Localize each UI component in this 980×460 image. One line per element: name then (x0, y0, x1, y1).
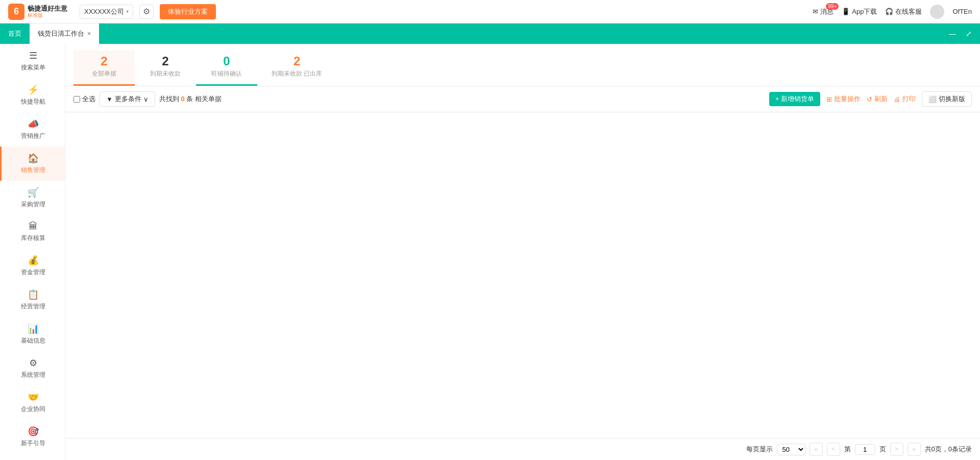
brand-logo: 6 (8, 4, 24, 20)
refresh-button[interactable]: ↺ 刷新 (867, 94, 888, 104)
total-label: 共0页，0条记录 (925, 445, 972, 454)
sidebar-item-enterprise[interactable]: 🤝 企业协同 (0, 385, 65, 420)
found-text: 共找到 0 条 相关单据 (159, 94, 222, 104)
first-page-button[interactable]: « (810, 443, 823, 456)
page-size-label: 每页显示 (746, 445, 773, 454)
stat-label-wangpu: 旺铺待确认 (211, 69, 242, 78)
toolbar-right: + 新增销货单 ⊞ 批量操作 ↺ 刷新 🖨 打印 ⬜ 切换新版 (769, 91, 972, 107)
main-layout: ☰ 搜索菜单 ⚡ 快捷导航 📣 营销推广 🏠 销售管理 🛒 采购管理 🏛 库存核… (0, 44, 980, 460)
quicknav-icon: ⚡ (28, 84, 39, 95)
basic-info-icon: 📊 (28, 323, 39, 334)
tab-close-icon[interactable]: × (87, 30, 91, 37)
print-icon: 🖨 (894, 95, 900, 103)
next-page-button[interactable]: > (890, 443, 903, 456)
filter-icon: ▼ (106, 95, 113, 103)
stat-tab-overdue[interactable]: 2 到期未收款 (135, 50, 196, 86)
marketing-icon: 📣 (28, 118, 39, 130)
enterprise-icon: 🤝 (28, 392, 39, 403)
sidebar-item-appstore[interactable]: 📦 应用中心 (0, 454, 65, 460)
page-word: 页 (879, 445, 886, 454)
stat-label-overdue-shipped: 到期未收款 已出库 (272, 69, 322, 78)
sidebar-item-inventory[interactable]: 🏛 库存核算 (0, 215, 65, 249)
stat-tab-wangpu[interactable]: 0 旺铺待确认 (196, 50, 257, 86)
company-name: XXXXXX公司 (84, 7, 124, 16)
batch-action-button[interactable]: ⊞ 批量操作 (826, 94, 861, 104)
select-all-input[interactable] (74, 96, 80, 103)
message-badge: 99+ (826, 3, 839, 10)
table-area (65, 112, 980, 438)
trial-button[interactable]: 体验行业方案 (160, 4, 216, 19)
switch-icon: ⬜ (928, 95, 937, 103)
app-icon: 📱 (842, 8, 850, 15)
refresh-icon: ↺ (867, 95, 872, 103)
avatar[interactable] (930, 5, 944, 19)
sidebar-item-operations[interactable]: 📋 经营管理 (0, 283, 65, 317)
app-download-button[interactable]: 📱 App下载 (842, 7, 877, 16)
di-word: 第 (844, 445, 851, 454)
system-icon: ⚙ (29, 357, 37, 369)
nav-tabs: 首页 钱货日清工作台 × — ⤢ (0, 23, 980, 44)
brand-name: 畅捷通好生意 (28, 5, 67, 12)
content-area: 2 全部单据 2 到期未收款 0 旺铺待确认 2 到期未收款 已出库 全选 (65, 44, 980, 460)
purchase-icon: 🛒 (28, 187, 39, 198)
minimize-button[interactable]: — (945, 27, 960, 41)
sidebar-item-quicknav[interactable]: ⚡ 快捷导航 (0, 78, 65, 112)
service-icon: 🎧 (885, 8, 893, 15)
sidebar-item-purchase[interactable]: 🛒 采购管理 (0, 181, 65, 215)
batch-icon: ⊞ (826, 95, 832, 103)
select-all-checkbox[interactable]: 全选 (74, 94, 95, 104)
top-bar-left: 6 畅捷通好生意 标准版 XXXXXX公司 ▾ ⚙ 体验行业方案 (8, 4, 216, 20)
switch-version-button[interactable]: ⬜ 切换新版 (922, 91, 972, 107)
sidebar-item-finance[interactable]: 💰 资金管理 (0, 249, 65, 283)
company-selector[interactable]: XXXXXX公司 ▾ (80, 5, 133, 19)
search-menu-icon: ☰ (29, 50, 37, 61)
page-input[interactable] (855, 444, 875, 455)
found-num: 0 (181, 95, 185, 103)
stat-tab-overdue-shipped[interactable]: 2 到期未收款 已出库 (257, 50, 336, 86)
stat-label-all: 全部单据 (92, 69, 116, 78)
online-service-button[interactable]: 🎧 在线客服 (885, 7, 922, 16)
sidebar-item-system[interactable]: ⚙ 系统管理 (0, 351, 65, 385)
guide-icon: 🎯 (28, 426, 39, 437)
brand: 6 畅捷通好生意 标准版 (8, 4, 74, 20)
add-order-button[interactable]: + 新增销货单 (769, 92, 820, 106)
print-button[interactable]: 🖨 打印 (894, 94, 916, 104)
sidebar-item-guide[interactable]: 🎯 新手引导 (0, 420, 65, 454)
maximize-button[interactable]: ⤢ (962, 27, 976, 41)
sidebar-item-marketing[interactable]: 📣 营销推广 (0, 112, 65, 147)
last-page-button[interactable]: » (908, 443, 921, 456)
top-bar-right: ✉ 消息 99+ 📱 App下载 🎧 在线客服 OfTEn (813, 5, 972, 19)
stat-tab-all[interactable]: 2 全部单据 (74, 50, 135, 86)
prev-page-button[interactable]: < (827, 443, 840, 456)
inventory-icon: 🏛 (29, 221, 38, 232)
maximize-icon: ⤢ (966, 30, 972, 38)
pagination-bar: 每页显示 50 10 20 100 « < 第 页 > » 共0页，0条记录 (65, 438, 980, 460)
stat-num-overdue-shipped: 2 (293, 54, 300, 68)
chevron-icon: ∨ (143, 95, 149, 103)
minimize-icon: — (949, 30, 956, 38)
filter-button[interactable]: ▼ 更多条件 ∨ (100, 91, 155, 107)
sales-icon: 🏠 (28, 153, 39, 164)
finance-icon: 💰 (28, 255, 39, 266)
stat-label-overdue: 到期未收款 (150, 69, 181, 78)
stat-num-overdue: 2 (162, 54, 168, 68)
tab-qhrc[interactable]: 钱货日清工作台 × (30, 23, 99, 44)
message-button[interactable]: ✉ 消息 99+ (813, 7, 834, 16)
username[interactable]: OfTEn (952, 8, 972, 15)
operations-icon: 📋 (28, 289, 39, 300)
message-icon: ✉ (813, 8, 818, 15)
gear-icon: ⚙ (143, 7, 150, 16)
settings-button[interactable]: ⚙ (139, 5, 154, 19)
stat-num-all: 2 (101, 54, 107, 68)
sidebar-item-basic-info[interactable]: 📊 基础信息 (0, 317, 65, 351)
stat-num-wangpu: 0 (223, 54, 230, 68)
tab-home[interactable]: 首页 (0, 23, 30, 44)
nav-right-buttons: — ⤢ (945, 27, 980, 41)
page-size-select[interactable]: 50 10 20 100 (777, 444, 805, 455)
sidebar-item-sales[interactable]: 🏠 销售管理 (0, 147, 65, 181)
toolbar: 全选 ▼ 更多条件 ∨ 共找到 0 条 相关单据 + 新增销货单 ⊞ 批量操作 (65, 86, 980, 112)
sidebar: ☰ 搜索菜单 ⚡ 快捷导航 📣 营销推广 🏠 销售管理 🛒 采购管理 🏛 库存核… (0, 44, 65, 460)
brand-tag: 标准版 (28, 12, 67, 18)
sidebar-item-search[interactable]: ☰ 搜索菜单 (0, 44, 65, 78)
chevron-down-icon: ▾ (126, 9, 129, 14)
